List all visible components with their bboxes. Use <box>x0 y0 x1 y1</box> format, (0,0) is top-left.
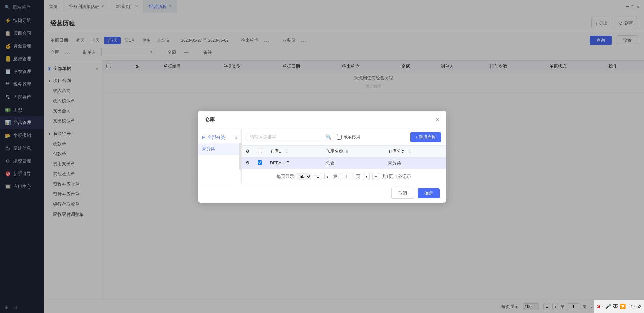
modal-row-category: 未分类 <box>384 157 446 169</box>
modal-all-categories-label: 全部分类 <box>208 134 225 141</box>
modal-row-name: 总仓 <box>321 157 384 169</box>
show-disabled-label[interactable]: 显示停用 <box>337 134 360 140</box>
modal-page-size-select[interactable]: 50 <box>297 173 311 180</box>
modal-table-wrap: ⚙ 仓库... ⇅ 仓库名称 ⇅ <box>242 146 446 169</box>
tray-icon-4: 🖼 <box>613 304 618 309</box>
modal-first-page-btn[interactable]: « <box>314 173 321 180</box>
modal-header: 仓库 ✕ <box>198 111 446 129</box>
modal-right-panel: 🔍 显示停用 + 新增仓库 ⚙ <box>242 129 446 184</box>
modal-page-suffix: 页 <box>356 173 360 180</box>
modal-row-select-checkbox[interactable] <box>258 160 262 165</box>
modal-left-header[interactable]: ⊞ 全部分类 « <box>198 132 241 143</box>
modal-left-panel: ⊞ 全部分类 « 未分类 <box>198 129 242 184</box>
tray-icon-3: 🎤 <box>605 304 611 309</box>
add-warehouse-button[interactable]: + 新增仓库 <box>410 132 441 142</box>
modal-left-scrollbar <box>239 143 241 170</box>
modal-row-gear: ⚙ <box>242 157 254 169</box>
modal-footer-actions: 取消 确定 <box>198 184 446 203</box>
modal-row-code: DEFAULT <box>266 157 321 169</box>
system-tray: S · 🎤 🖼 🔽 17:52 <box>594 300 644 313</box>
modal-col-name-sort-icon[interactable]: ⇅ <box>346 150 348 153</box>
modal-pagination: 每页显示 50 « ‹ 第 页 › » 共1页, 1条记录 <box>242 169 446 184</box>
system-clock: 17:52 <box>630 304 641 309</box>
warehouse-modal: 仓库 ✕ ⊞ 全部分类 « 未分类 <box>198 111 446 203</box>
modal-col-gear: ⚙ <box>242 146 254 157</box>
modal-body: ⊞ 全部分类 « 未分类 🔍 显示停用 <box>198 129 446 184</box>
modal-confirm-button[interactable]: 确定 <box>418 188 440 198</box>
search-glass-icon: 🔍 <box>326 134 331 140</box>
modal-next-page-btn[interactable]: › <box>363 173 369 180</box>
modal-col-category-label: 仓库分类 <box>388 149 405 154</box>
modal-col-category-sort-icon[interactable]: ⇅ <box>408 150 411 153</box>
modal-col-code: 仓库... ⇅ <box>266 146 321 157</box>
modal-search-box: 🔍 <box>247 133 334 141</box>
modal-col-code-sort-icon[interactable]: ⇅ <box>285 150 288 153</box>
modal-search-input[interactable] <box>250 134 324 140</box>
modal-col-name: 仓库名称 ⇅ <box>321 146 384 157</box>
modal-warehouse-table: ⚙ 仓库... ⇅ 仓库名称 ⇅ <box>242 146 446 169</box>
tray-icon-1: S <box>597 304 600 309</box>
modal-col-checkbox <box>254 146 266 157</box>
modal-toolbar: 🔍 显示停用 + 新增仓库 <box>242 129 446 146</box>
modal-col-code-label: 仓库... <box>270 149 283 154</box>
modal-page-size-label: 每页显示 <box>276 173 294 180</box>
modal-table-header-row: ⚙ 仓库... ⇅ 仓库名称 ⇅ <box>242 146 446 157</box>
modal-col-name-label: 仓库名称 <box>326 149 343 154</box>
modal-left-collapse-icon[interactable]: « <box>234 135 237 140</box>
modal-total-text: 共1页, 1条记录 <box>382 173 411 180</box>
grid-icon-modal: ⊞ <box>202 135 206 140</box>
show-disabled-checkbox[interactable] <box>337 135 342 140</box>
modal-close-button[interactable]: ✕ <box>435 116 440 123</box>
modal-col-category: 仓库分类 ⇅ <box>384 146 446 157</box>
modal-title: 仓库 <box>205 116 215 123</box>
modal-overlay[interactable]: 仓库 ✕ ⊞ 全部分类 « 未分类 <box>0 0 644 313</box>
tray-icon-2: · <box>602 304 604 309</box>
modal-select-all-checkbox[interactable] <box>258 149 262 153</box>
modal-table-row[interactable]: ⚙ DEFAULT 总仓 未分类 <box>242 157 446 169</box>
modal-last-page-btn[interactable]: » <box>372 173 379 180</box>
tray-icon-5: 🔽 <box>620 304 626 309</box>
modal-page-label: 第 <box>333 173 337 180</box>
show-disabled-text: 显示停用 <box>343 134 360 140</box>
modal-page-input[interactable] <box>340 173 353 180</box>
modal-prev-page-btn[interactable]: ‹ <box>324 173 330 180</box>
modal-cancel-button[interactable]: 取消 <box>391 188 414 199</box>
modal-row-checkbox <box>254 157 266 169</box>
modal-category-unclassified[interactable]: 未分类 <box>198 143 241 155</box>
